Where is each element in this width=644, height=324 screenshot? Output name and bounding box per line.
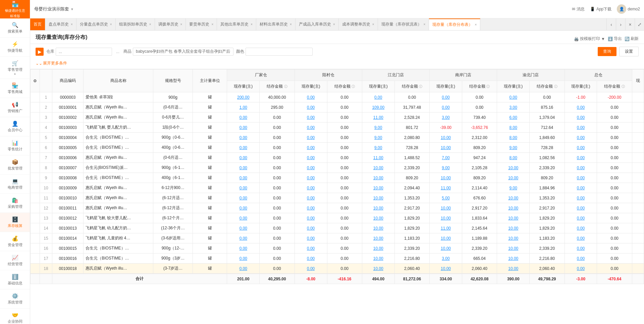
tab-transfer[interactable]: 调拨单历史× [155,18,186,31]
cell-mocun-qty[interactable]: 0.00 [294,253,327,264]
cell-nanan-qty[interactable]: 10.00 [430,133,462,143]
warehouse-input[interactable] [56,48,112,56]
sidebar-item-5[interactable]: 👤会员中心 [0,117,30,136]
cell-yubei-qty[interactable]: 9.00 [497,183,530,193]
cell-jiangbei-qty[interactable]: 10.00 [362,264,394,274]
tab-close-assembly[interactable]: × [149,22,151,26]
cell-nanan-qty[interactable]: 3.00 [430,253,462,264]
cell-jiangbei-qty[interactable]: 0.00 [362,92,394,102]
tab-product_in[interactable]: 产成品入库单历史× [296,18,339,31]
cell-jiangbei-qty[interactable]: 10.00 [362,193,394,203]
color-input[interactable] [246,48,313,56]
sidebar-item-4[interactable]: 📢营销推广 [0,98,30,117]
cell-setting[interactable] [31,253,40,264]
cell-mocun-qty[interactable]: 0.00 [294,143,327,153]
sidebar-item-15[interactable]: 🤝企业协同 [0,309,30,324]
cell-jiangbei-qty[interactable]: 10.00 [362,243,394,253]
cell-jiangbei-qty[interactable]: 10.00 [362,183,394,193]
cell-setting[interactable] [31,153,40,163]
cell-setting[interactable] [31,193,40,203]
cell-total-qty[interactable]: 0.00 [565,223,597,233]
cell-setting[interactable] [31,264,40,274]
col-setting[interactable]: ⚙ [31,70,40,92]
tab-request[interactable]: 要货单历史× [186,18,217,31]
cell-nanan-qty[interactable]: 9.00 [430,163,462,173]
cell-nanan-qty[interactable]: 5.00 [430,193,462,203]
sidebar-item-6[interactable]: 📊零售统计 [0,136,30,155]
cell-setting[interactable] [31,163,40,173]
cell-factory-qty[interactable]: 0.00 [227,143,260,153]
cell-jiangbei-qty[interactable]: 9.00 [362,123,394,133]
cell-factory-qty[interactable]: 0.00 [227,112,260,123]
cell-factory-qty[interactable]: 0.00 [227,173,260,183]
tab-close-transfer[interactable]: × [180,22,182,26]
cell-yubei-qty[interactable]: 10.00 [497,203,530,213]
cell-total-qty[interactable]: 0.00 [565,102,597,112]
cell-total-qty[interactable]: 0.00 [565,253,597,264]
cell-yubei-qty[interactable]: 9.00 [497,143,530,153]
cell-jiangbei-qty[interactable]: 10.00 [362,213,394,223]
cell-yubei-qty[interactable]: 10.00 [497,233,530,243]
cell-mocun-qty[interactable]: 0.00 [294,173,327,183]
tab-inventory_check[interactable]: 盘点单历史× [45,18,76,31]
cell-factory-qty[interactable]: 0.00 [227,264,260,274]
cell-yubei-qty[interactable]: 6.00 [497,112,530,123]
tab-assembly[interactable]: 组装拆卸单历史× [116,18,155,31]
cell-total-qty[interactable]: 0.00 [565,163,597,173]
cell-factory-qty[interactable]: 1.00 [227,102,260,112]
sidebar-item-10[interactable]: 🗄️库存核算 [0,213,30,232]
cell-factory-qty[interactable]: 0.00 [227,223,260,233]
sidebar-item-0[interactable]: 🔍搜索英单 [0,18,30,38]
cell-yubei-qty[interactable]: 10.00 [497,243,530,253]
cell-mocun-qty[interactable]: 0.00 [294,264,327,274]
cell-jiangbei-qty[interactable]: 9.00 [362,143,394,153]
cell-nanan-qty[interactable]: 11.00 [430,183,462,193]
cell-yubei-qty[interactable]: 0.00 [497,92,530,102]
cell-jiangbei-qty[interactable]: 10.00 [362,223,394,233]
tab-cost_adjust[interactable]: 成本调整单历史× [339,18,378,31]
tab-stock_status[interactable]: 现存量（库存状况表）× [378,18,429,31]
cell-mocun-qty[interactable]: 0.00 [294,163,327,173]
cell-setting[interactable] [31,203,40,213]
cell-jiangbei-qty[interactable]: 10.00 [362,233,394,243]
cell-total-qty[interactable]: 0.00 [565,203,597,213]
cell-yubei-qty[interactable]: 10.00 [497,213,530,223]
cell-jiangbei-qty[interactable]: 11.00 [362,153,394,163]
print-btn[interactable]: 🖨️ 按模板打印 ▼ [574,36,605,42]
cell-total-qty[interactable]: -1.00 [565,92,597,102]
cell-mocun-qty[interactable]: 0.00 [294,233,327,243]
cell-mocun-qty[interactable]: 0.00 [294,243,327,253]
cell-setting[interactable] [31,133,40,143]
cell-total-qty[interactable]: 0.00 [565,183,597,193]
cell-total-qty[interactable]: 0.00 [565,233,597,243]
cell-jiangbei-qty[interactable]: 11.00 [362,112,394,123]
cell-total-qty[interactable]: 0.00 [565,123,597,133]
cell-jiangbei-qty[interactable]: 10.00 [362,253,394,264]
cell-jiangbei-qty[interactable]: 9.00 [362,133,394,143]
cell-factory-qty[interactable]: 0.00 [227,133,260,143]
cell-yubei-qty[interactable]: 10.00 [497,253,530,264]
cell-setting[interactable] [31,233,40,243]
cell-total-qty[interactable]: 0.00 [565,112,597,123]
export-btn[interactable]: ⬇️ 导出 [608,36,622,42]
sidebar-item-1[interactable]: ⚡快捷导航 [0,38,30,57]
user-menu[interactable]: 👤 demo2 [617,4,640,14]
cell-setting[interactable] [31,112,40,123]
sidebar-item-2[interactable]: 🛒零售管理▲ [0,57,30,79]
cell-jiangbei-qty[interactable]: 109.00 [362,102,394,112]
cell-mocun-qty[interactable]: 0.00 [294,213,327,223]
tab-close-sub_inventory[interactable]: × [110,22,112,26]
cell-jiangbei-qty[interactable]: 10.00 [362,163,394,173]
cell-factory-qty[interactable]: 0.00 [227,233,260,243]
expand-btn[interactable]: ⌄⌄ 展开更多条件 [36,60,639,66]
tab-stock_dist[interactable]: 现存量（库存分布表）× [429,18,480,31]
tab-close-inventory_check[interactable]: × [71,22,73,26]
tab-close-all-btn[interactable]: × [625,18,635,31]
cell-factory-qty[interactable]: 0.00 [227,243,260,253]
cell-mocun-qty[interactable]: 0.00 [294,183,327,193]
settings-btn[interactable]: 设置 [619,47,639,56]
cell-mocun-qty[interactable]: 0.00 [294,102,327,112]
cell-nanan-qty[interactable]: 10.00 [430,264,462,274]
cell-factory-qty[interactable]: 0.00 [227,213,260,223]
tab-close-stock_dist[interactable]: × [475,23,477,27]
